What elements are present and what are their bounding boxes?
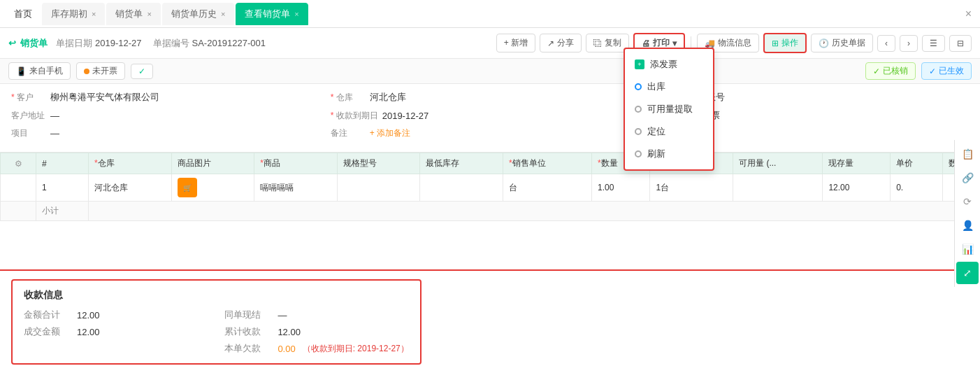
summary-box: 收款信息 金额合计 12.00 同单现结 — 成交金额 12.00 累计收款 1… <box>11 279 421 365</box>
right-icon-3[interactable]: ⟳ <box>956 190 979 213</box>
sales-history-tab-label: 销货单历史 <box>171 8 217 20</box>
deal-amount-label: 成交金额 <box>24 325 73 338</box>
available-extract-icon <box>635 106 642 113</box>
view-grid-button[interactable]: ⊟ <box>949 35 972 52</box>
row-pack-qty: 1台 <box>650 174 733 202</box>
row-seq: 1 <box>36 174 89 202</box>
effective-icon: ✓ <box>929 66 936 76</box>
not-opened-button[interactable]: 未开票 <box>76 62 125 80</box>
form-row-2: 客户地址 — 收款到期日 2019-12-27 票据类型 不开票 <box>11 109 969 122</box>
available-extract-label: 可用量提取 <box>647 103 693 115</box>
prev-button[interactable]: ‹ <box>877 35 895 52</box>
copy-icon: ⿻ <box>593 38 602 48</box>
operations-button[interactable]: ⊞ 操作 <box>763 33 807 53</box>
view-sales-tab-close[interactable]: × <box>294 10 298 18</box>
closed-badge: ✓ 已核销 <box>865 62 916 80</box>
summary-grid: 金额合计 12.00 同单现结 — 成交金额 12.00 累计收款 12.00 … <box>24 309 409 355</box>
arrears-value: 0.00 <box>278 344 295 354</box>
col-sales-unit: *销售单位 <box>503 153 591 174</box>
next-button[interactable]: › <box>900 35 918 52</box>
outbound-icon <box>635 83 642 90</box>
col-seq: # <box>36 153 89 174</box>
table-header-row: ⚙ # *仓库 商品图片 *商品 规格型号 最低库存 *销售单位 *数量 包装数… <box>1 153 980 174</box>
tab-view-sales[interactable]: 查看销货单 × <box>236 3 308 25</box>
share-button[interactable]: ↗ 分享 <box>540 34 582 52</box>
same-order-settle-row: 同单现结 — <box>224 309 408 321</box>
tab-home[interactable]: 首页 <box>6 3 41 25</box>
deal-amount-row: 成交金额 12.00 <box>24 325 208 338</box>
col-warehouse: *仓库 <box>88 153 171 174</box>
main-content: ↩ 销货单 单据日期 2019-12-27 单据编号 SA-20191227-0… <box>0 28 980 373</box>
sales-table: ⚙ # *仓库 商品图片 *商品 规格型号 最低库存 *销售单位 *数量 包装数… <box>0 153 980 221</box>
warehouse-value: 河北仓库 <box>370 91 406 104</box>
view-sales-tab-label: 查看销货单 <box>245 8 290 20</box>
right-icon-4[interactable]: 👤 <box>956 214 979 237</box>
col-min-stock: 最低库存 <box>420 153 503 174</box>
tab-sales-history[interactable]: 销货单历史 × <box>162 3 234 25</box>
new-button[interactable]: + 新增 <box>496 34 535 52</box>
add-note-button[interactable]: + 添加备注 <box>370 127 410 139</box>
check-icon: ✓ <box>873 66 880 76</box>
row-sales-unit: 台 <box>503 174 591 202</box>
add-invoice-label: 添发票 <box>650 58 677 71</box>
same-order-settle-value: — <box>278 310 287 321</box>
arrears-label: 本单欠款 <box>224 342 273 355</box>
tab-inventory[interactable]: 库存期初 × <box>42 3 105 25</box>
refresh-label: 刷新 <box>647 148 665 160</box>
amount-total-row: 金额合计 12.00 <box>24 309 208 321</box>
orange-dot-icon <box>84 69 89 74</box>
locate-item[interactable]: 定位 <box>625 120 713 143</box>
right-icon-expand[interactable]: ⤢ <box>956 262 979 284</box>
history-button[interactable]: 🕐 历史单据 <box>811 34 873 52</box>
col-available: 可用量 (... <box>733 153 823 174</box>
row-product-img: 🛒 <box>171 174 254 202</box>
right-icon-5[interactable]: 📊 <box>956 238 979 260</box>
outbound-item[interactable]: 出库 <box>625 76 713 98</box>
home-tab-label: 首页 <box>14 8 32 20</box>
copy-button[interactable]: ⿻ 复制 <box>586 34 629 52</box>
sales-tab-close[interactable]: × <box>147 10 151 18</box>
row-current-stock: 12.00 <box>823 174 891 202</box>
table-wrapper: ⚙ # *仓库 商品图片 *商品 规格型号 最低库存 *销售单位 *数量 包装数… <box>0 153 980 269</box>
global-close-button[interactable]: × <box>963 5 974 23</box>
doc-title: ↩ 销货单 <box>8 37 48 50</box>
customer-field: 客户 柳州粤港平安气体有限公司 <box>11 91 331 104</box>
print-dropdown-arrow: ▾ <box>672 38 677 48</box>
subtotal-label <box>1 202 36 221</box>
summary-title: 收款信息 <box>24 289 409 302</box>
doc-date-value: 2019-12-27 <box>95 38 142 48</box>
table-row: 1 河北仓库 🛒 嗝嗝嗝嗝 台 1.00 1台 12.00 0. <box>1 174 980 202</box>
address-label: 客户地址 <box>11 110 46 122</box>
cumulative-receipt-row: 累计收款 12.00 <box>224 325 408 338</box>
subtotal-row: 小计 <box>1 202 980 221</box>
row-spec <box>337 174 420 202</box>
doc-icon: ↩ <box>8 38 16 48</box>
view-list-button[interactable]: ☰ <box>922 35 945 52</box>
row-product: 嗝嗝嗝嗝 <box>254 174 338 202</box>
add-invoice-item[interactable]: + 添发票 <box>625 53 713 76</box>
share-icon: ↗ <box>547 38 554 48</box>
col-product: *商品 <box>254 153 338 174</box>
tab-bar: 首页 库存期初 × 销货单 × 销货单历史 × 查看销货单 × × <box>0 0 980 28</box>
effective-badge: ✓ 已生效 <box>921 62 972 80</box>
row-unit-price: 0. <box>891 174 943 202</box>
tab-sales[interactable]: 销货单 × <box>106 3 160 25</box>
right-icon-2[interactable]: 🔗 <box>956 167 979 189</box>
same-order-settle-label: 同单现结 <box>224 309 273 321</box>
form-area: 客户 柳州粤港平安气体有限公司 仓库 河北仓库 业务员 演示账号 客户地址 — … <box>0 84 980 153</box>
right-icon-1[interactable]: 📋 <box>956 143 979 165</box>
sales-history-tab-close[interactable]: × <box>221 10 225 18</box>
add-invoice-icon: + <box>635 59 644 69</box>
from-phone-button[interactable]: 📱 来自手机 <box>8 62 71 80</box>
available-extract-item[interactable]: 可用量提取 <box>625 98 713 120</box>
confirm-button[interactable]: ✓ <box>131 64 153 79</box>
inventory-tab-close[interactable]: × <box>92 10 96 18</box>
outbound-label: 出库 <box>647 80 665 93</box>
right-icons-panel: 📋 🔗 ⟳ 👤 📊 ⤢ <box>954 140 980 287</box>
operations-icon: ⊞ <box>772 38 779 48</box>
warehouse-label: 仓库 <box>331 92 366 104</box>
confirm-icon: ✓ <box>138 66 145 76</box>
refresh-item[interactable]: 刷新 <box>625 143 713 165</box>
project-value: — <box>50 128 59 139</box>
phone-icon: 📱 <box>16 66 27 76</box>
